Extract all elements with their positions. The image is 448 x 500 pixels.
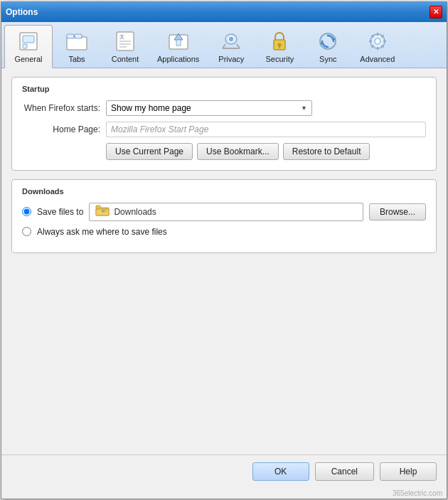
save-path-box: Downloads: [89, 203, 363, 221]
svg-point-26: [375, 38, 380, 44]
tab-content-label: Content: [112, 55, 139, 63]
ok-button[interactable]: OK: [252, 462, 309, 481]
when-label: When Firefox starts:: [22, 103, 100, 113]
tab-security-label: Security: [265, 55, 294, 63]
sync-icon: [316, 30, 339, 53]
use-current-page-button[interactable]: Use Current Page: [106, 143, 193, 160]
advanced-icon: [366, 30, 389, 53]
applications-icon: [167, 30, 190, 53]
svg-rect-3: [67, 37, 87, 50]
watermark: 365electric.com: [1, 488, 447, 499]
save-files-label: Save files to: [37, 207, 83, 217]
always-ask-row: Always ask me where to save files: [22, 227, 426, 237]
title-bar: Options ✕: [1, 2, 447, 22]
cancel-button[interactable]: Cancel: [315, 462, 374, 481]
svg-text:文: 文: [119, 34, 124, 40]
footer: OK Cancel Help: [1, 454, 447, 488]
startup-title: Startup: [22, 85, 426, 93]
browse-button[interactable]: Browse...: [369, 203, 426, 220]
downloads-section: Downloads Save files to Downloads Brows: [11, 179, 437, 253]
homepage-value: Mozilla Firefox Start Page: [106, 122, 426, 137]
restore-default-button[interactable]: Restore to Default: [283, 143, 370, 160]
tab-security[interactable]: Security: [255, 25, 304, 68]
tab-tabs[interactable]: Tabs: [53, 25, 101, 68]
tab-privacy-label: Privacy: [218, 55, 244, 63]
tab-general[interactable]: General: [4, 25, 53, 68]
svg-rect-2: [23, 44, 27, 48]
startup-dropdown-wrapper[interactable]: Show my home page Show a blank page Show…: [106, 100, 312, 116]
save-path-text: Downloads: [114, 207, 156, 217]
security-icon: [268, 30, 291, 53]
options-window: Options ✕ General: [1, 1, 447, 499]
svg-point-20: [278, 43, 282, 46]
homepage-row: Home Page: Mozilla Firefox Start Page: [22, 122, 426, 137]
downloads-title: Downloads: [22, 187, 426, 196]
general-icon: [17, 30, 40, 53]
save-files-radio[interactable]: [22, 207, 31, 216]
always-ask-radio[interactable]: [22, 227, 31, 236]
startup-buttons: Use Current Page Use Bookmark... Restore…: [106, 143, 426, 160]
homepage-label: Home Page:: [22, 124, 100, 134]
tab-sync-label: Sync: [319, 55, 336, 63]
help-button[interactable]: Help: [380, 462, 437, 481]
tab-applications-label: Applications: [157, 55, 199, 63]
tab-advanced[interactable]: Advanced: [352, 25, 402, 68]
startup-dropdown[interactable]: Show my home page Show a blank page Show…: [107, 101, 311, 115]
window-title: Options: [6, 7, 38, 17]
folder-icon: [95, 205, 110, 219]
title-controls: ✕: [430, 6, 442, 18]
save-files-row: Save files to Downloads Browse...: [22, 203, 426, 221]
tab-tabs-label: Tabs: [68, 55, 85, 63]
svg-rect-4: [67, 34, 74, 38]
tab-sync[interactable]: Sync: [304, 25, 352, 68]
svg-point-15: [229, 37, 233, 41]
tab-advanced-label: Advanced: [360, 55, 395, 63]
tab-general-label: General: [14, 55, 42, 63]
tab-privacy[interactable]: Privacy: [207, 25, 255, 68]
startup-row: When Firefox starts: Show my home page S…: [22, 100, 426, 116]
svg-rect-5: [75, 34, 82, 38]
tab-applications[interactable]: Applications: [149, 25, 207, 68]
always-ask-label: Always ask me where to save files: [37, 227, 167, 237]
use-bookmark-button[interactable]: Use Bookmark...: [197, 143, 279, 160]
startup-section: Startup When Firefox starts: Show my hom…: [11, 77, 437, 171]
tab-content[interactable]: 文 Content: [101, 25, 149, 68]
close-button[interactable]: ✕: [430, 6, 442, 18]
svg-rect-1: [23, 36, 34, 43]
svg-rect-13: [176, 40, 181, 46]
tabs-icon: [65, 30, 88, 53]
toolbar: General Tabs 文: [1, 22, 447, 68]
content-icon: 文: [114, 30, 137, 53]
main-content: Startup When Firefox starts: Show my hom…: [1, 68, 447, 454]
privacy-icon: [220, 30, 242, 53]
